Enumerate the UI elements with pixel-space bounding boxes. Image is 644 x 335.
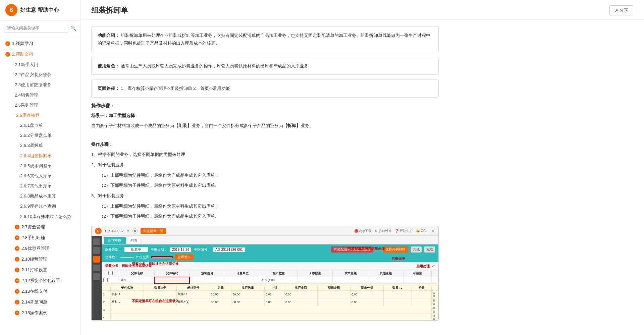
nav-item-2-14[interactable]: + 2.14常见问题 (12, 297, 80, 308)
sub-td-sub-2: 0.00 (264, 298, 284, 306)
nav-item-2-9[interactable]: + 2.9优惠券管理 (12, 243, 80, 254)
ss-close-icon[interactable]: ✕ (431, 228, 435, 234)
sub-td-unit-1: 30.00 (210, 290, 231, 298)
select-all-checkbox[interactable] (108, 271, 113, 275)
ss-confirm-btn[interactable]: 立即发出 (175, 254, 194, 260)
sidebar-item-2-6-10[interactable]: 2.6.10库存账本错了怎么办 (17, 212, 80, 222)
sidebar-item-2-6-2[interactable]: 2.6.2分量盘点单 (17, 130, 80, 141)
sidebar-item-2-6-6[interactable]: 2.6.6其他入库单 (17, 171, 80, 181)
ss-ann-btn1[interactable]: 有装配清单的在这里处理 (331, 246, 373, 253)
ss-icon-1 (93, 238, 100, 245)
sub-td-spec-2: 规格+(1) (177, 298, 210, 306)
main-content-area: 组装拆卸单 ↗ 分享 功能介绍： 组装拆卸单用来处理企业组装或拆卸等加工业务，支… (80, 0, 644, 335)
ss-complete-btn[interactable]: 完成 (424, 246, 435, 253)
sub-th-ratio: 数量比例 (144, 285, 177, 290)
ss-ann-text3: 启用处理 (416, 264, 430, 268)
sub-th-price: 价格 (412, 285, 431, 290)
th-other-cost: 其他金额 (368, 270, 403, 277)
sub-th-spec: 规格型号 (177, 285, 210, 290)
sidebar: 6 好生意 帮助中心 🔍 + 1.视频学习 − 2.帮助文档 2.1新手入门 2… (0, 0, 80, 335)
ss-tab-list[interactable]: 列表 (127, 237, 141, 244)
sub-row-4: 4 ⊕ ⊖ (102, 314, 438, 320)
th-action (432, 270, 438, 277)
sub-td-qty-1: 30.00 (231, 290, 265, 298)
ss-date-input[interactable]: 2019-12-26 (170, 247, 191, 252)
td-unit (225, 277, 260, 284)
td-cost (333, 277, 368, 284)
ss-select-purchase-btn[interactable]: 选择外购材料 (383, 246, 408, 253)
ss-warehouse-input[interactable] (151, 256, 173, 258)
sidebar-item-2-6-7[interactable]: 2.6.7其他出库单 (17, 181, 80, 191)
ss-no-input[interactable]: AD-20191226-001 (213, 247, 245, 252)
nav-item-2-7[interactable]: + 2.7资金管理 (12, 222, 80, 232)
sidebar-item-2-3[interactable]: 2.3使用前数据准备 (12, 80, 80, 90)
share-button[interactable]: ↗ 分享 (609, 5, 633, 15)
nav-item-2-6[interactable]: − 2.6库存核算 (12, 110, 80, 120)
ss-label-no: 单据编号： (194, 247, 211, 252)
role-intro-label: 使用角色： (98, 63, 119, 68)
sub-th-check (102, 285, 111, 290)
sub-th-prod-cost: 生产金额 (284, 285, 318, 290)
plus-icon-2-11: + (15, 268, 19, 272)
nav-item-2-10[interactable]: + 2.10经营管理 (12, 254, 80, 265)
step3: 3、对于拆装业务 (91, 192, 439, 200)
search-input[interactable] (4, 24, 68, 33)
nav-group-docs-title[interactable]: − 2.帮助文档 (0, 49, 80, 60)
sub-td-init-2 (317, 298, 351, 306)
path-intro-block: 页面路径： 1、库存核算->库存管理->组装拆卸单 2、首页->常用功能 (91, 79, 439, 97)
ss-other-btn[interactable]: 其他 (411, 246, 422, 253)
nav-item-2-12[interactable]: + 2.12系统个性化设置 (12, 275, 80, 286)
td-other (368, 277, 403, 284)
nav-item-2-13[interactable]: + 2.13在线支付 (12, 286, 80, 297)
plus-icon-2-13: + (15, 289, 19, 294)
ss-label-date: 单据日期： (151, 247, 167, 252)
nav-item-2-15[interactable]: + 2.15操作案例 (12, 308, 80, 318)
ss-form-row2: 总件数： 外租仓库 立即发出 (105, 254, 435, 260)
sub-td-check-4: 4 (102, 314, 111, 320)
sub-th-sub: 小计 (264, 285, 284, 290)
ss-tab-new[interactable]: 新增单据 (104, 237, 126, 244)
sub-td-name-1: 板材 1 (111, 290, 144, 298)
sidebar-item-2-2[interactable]: 2.2产品安装及登录 (12, 70, 80, 80)
row-checkbox[interactable] (103, 278, 108, 282)
th-checkbox (102, 270, 119, 277)
sidebar-item-2-6-5[interactable]: 2.6.5成本调整单 (17, 161, 80, 171)
plus-icon-2-10: + (15, 257, 19, 262)
sub-td-empty-3 (111, 306, 432, 314)
ss-biztype-select[interactable]: 组装单 (124, 247, 148, 252)
td-parent-name: 床木 (119, 277, 154, 284)
sidebar-item-2-4[interactable]: 2.4销售管理 (12, 90, 80, 100)
ss-form-row1: 业务类型： 组装单 单据日期： 2019-12-26 单据编号： AD-2019… (105, 246, 435, 253)
sidebar-item-2-6-4[interactable]: 2.6.4组装拆卸单 (17, 151, 80, 161)
ops-title: 操作步骤： (91, 103, 439, 109)
th-proc-qty: 工序数量 (298, 270, 333, 277)
sidebar-item-2-6-8[interactable]: 2.6.8商品成本重算 (17, 191, 80, 201)
nav-sub-2-6: 2.6.1盘点单 2.6.2分量盘点单 2.6.3调拨单 2.6.4组装拆卸单 … (12, 120, 80, 222)
sub-th-init: 期初金额 (317, 285, 351, 290)
sub-td-check-3: 3 (102, 306, 111, 314)
nav-item-2-8[interactable]: + 2.8手机旺铺 (12, 232, 80, 243)
body-text: 场景一：加工类型选择 当由多个子件材料组装成一个成品的业务为【组装】业务，当由一… (91, 112, 439, 221)
nav-item-2-11[interactable]: + 2.11打印设置 (12, 265, 80, 275)
sidebar-item-2-5[interactable]: 2.5采购管理 (12, 100, 80, 110)
ss-count-input[interactable] (120, 257, 134, 258)
sidebar-item-2-1[interactable]: 2.1新手入门 (12, 60, 80, 70)
td-proc (298, 277, 333, 284)
table-row-parent: 床木 根据(1.00 (102, 277, 438, 284)
ss-main-table: 父件名称 父件编码 规格型号 计量单位 生产数量 工序数量 成本金额 其他金额 (102, 270, 438, 284)
sub-td-fv-1 (383, 290, 412, 298)
nav-group-video-title[interactable]: + 1.视频学习 (0, 38, 80, 49)
sidebar-header: 6 好生意 帮助中心 (0, 0, 80, 20)
plus-icon-2-8: + (15, 235, 19, 240)
sidebar-item-2-6-3[interactable]: 2.6.3调拨单 (17, 141, 80, 151)
search-button[interactable]: 🔍 (70, 25, 76, 31)
sidebar-item-2-6-1[interactable]: 2.6.1盘点单 (17, 120, 80, 130)
ss-form-header: 业务类型： 组装单 单据日期： 2019-12-26 单据编号： AD-2019… (102, 244, 438, 262)
sidebar-item-2-6-9[interactable]: 2.6.9库存账本查询 (17, 201, 80, 211)
path-intro-text: 1、库存核算->库存管理->组装拆卸单 2、首页->常用功能 (121, 86, 230, 91)
ss-orange-btn[interactable]: 浏览清单一览 (141, 228, 166, 234)
ss-expand-icon[interactable]: ⤢ (432, 264, 435, 268)
ss-arrow1: ← (376, 247, 380, 252)
sub-td-act-1: ⊕ ⊖ (432, 290, 438, 298)
feature-intro-block: 功能介绍： 组装拆卸单用来处理企业组装或拆卸等加工业务，支持有固定装配清单的产品… (91, 26, 439, 52)
